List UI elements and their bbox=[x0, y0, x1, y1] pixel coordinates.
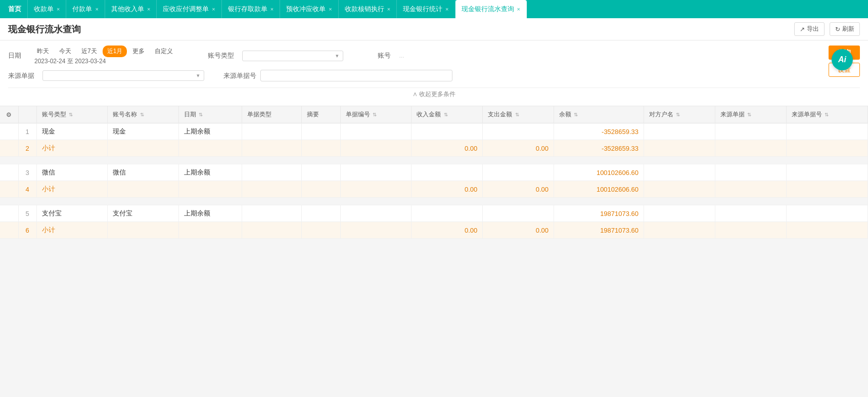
refresh-button[interactable]: ↻ 刷新 bbox=[830, 22, 860, 36]
col-balance[interactable]: 余额 ⇅ bbox=[554, 106, 644, 123]
cell-source_doc_no bbox=[786, 140, 867, 157]
nav-other-income-close[interactable]: × bbox=[147, 6, 150, 12]
cell-source_doc bbox=[715, 164, 786, 181]
table-row[interactable]: 1现金现金上期余额-3528659.33 bbox=[0, 123, 868, 140]
filter-row-1: 日期 昨天 今天 近7天 近1月 更多 自定义 2023-02-24 至 202… bbox=[8, 46, 820, 66]
row-idx: 1 bbox=[18, 123, 36, 140]
cell-source_doc_no bbox=[786, 164, 867, 181]
cell-counterpart bbox=[644, 140, 715, 157]
cell-doc_type bbox=[242, 205, 301, 222]
col-date[interactable]: 日期 ⇅ bbox=[179, 106, 242, 123]
source-doc-select[interactable]: ▾ bbox=[42, 70, 204, 81]
cell-account_type: 支付宝 bbox=[36, 205, 108, 222]
date-opt-custom[interactable]: 自定义 bbox=[150, 46, 177, 57]
cell-counterpart bbox=[644, 222, 715, 239]
date-opt-today[interactable]: 今天 bbox=[55, 46, 76, 57]
cell-income bbox=[412, 205, 483, 222]
row-idx: 3 bbox=[18, 164, 36, 181]
account-type-select[interactable]: ▾ bbox=[242, 51, 343, 61]
cell-date: 上期余额 bbox=[179, 205, 242, 222]
cell-account_name bbox=[108, 181, 179, 198]
collapse-bar[interactable]: ∧ 收起更多条件 bbox=[8, 87, 860, 101]
ai-label: Ai bbox=[838, 55, 846, 64]
date-opt-7days[interactable]: 近7天 bbox=[77, 46, 102, 57]
cell-income bbox=[412, 164, 483, 181]
ai-badge[interactable]: Ai bbox=[832, 49, 853, 70]
nav-bank-deposit-label: 银行存取款单 bbox=[228, 5, 267, 14]
nav-bank-deposit-close[interactable]: × bbox=[270, 6, 273, 12]
col-summary: 摘要 bbox=[301, 106, 340, 123]
cell-source_doc_no bbox=[786, 123, 867, 140]
date-opt-yesterday[interactable]: 昨天 bbox=[32, 46, 54, 57]
date-filter-group: 昨天 今天 近7天 近1月 更多 自定义 2023-02-24 至 2023-0… bbox=[32, 46, 177, 66]
cell-income: 0.00 bbox=[412, 222, 483, 239]
export-label: 导出 bbox=[807, 25, 819, 33]
export-icon: ↗ bbox=[800, 26, 805, 33]
cell-source_doc bbox=[715, 123, 786, 140]
date-opt-more[interactable]: 更多 bbox=[128, 46, 149, 57]
nav-bank-deposit[interactable]: 银行存取款单 × bbox=[222, 0, 280, 18]
nav-cash-flow-label: 现金银行流水查询 bbox=[462, 5, 514, 14]
nav-cash-stat-close[interactable]: × bbox=[445, 6, 448, 12]
nav-cash-stat[interactable]: 现金银行统计 × bbox=[397, 0, 455, 18]
col-source-doc-no[interactable]: 来源单据号 ⇅ bbox=[786, 106, 867, 123]
cell-doc_no bbox=[340, 164, 412, 181]
export-button[interactable]: ↗ 导出 bbox=[794, 22, 825, 36]
row-gear bbox=[0, 164, 18, 181]
nav-ar-ap-adjust-label: 应收应付调整单 bbox=[163, 5, 209, 14]
cell-date: 上期余额 bbox=[179, 164, 242, 181]
account-dots: ... bbox=[399, 52, 404, 59]
nav-ar-ap-adjust-close[interactable]: × bbox=[212, 6, 215, 12]
nav-other-income[interactable]: 其他收入单 × bbox=[105, 0, 157, 18]
col-account-type[interactable]: 账号类型 ⇅ bbox=[36, 106, 108, 123]
cell-balance: 100102606.60 bbox=[554, 181, 644, 198]
col-expense[interactable]: 支出金额 ⇅ bbox=[483, 106, 554, 123]
filter-section: 日期 昨天 今天 近7天 近1月 更多 自定义 2023-02-24 至 202… bbox=[8, 46, 860, 85]
nav-prepay-offset-close[interactable]: × bbox=[329, 6, 332, 12]
nav-ar-ap-adjust[interactable]: 应收应付调整单 × bbox=[157, 0, 221, 18]
cell-expense bbox=[483, 123, 554, 140]
nav-cash-flow-query[interactable]: 现金银行流水查询 × bbox=[455, 0, 527, 18]
col-doc-no[interactable]: 单据编号 ⇅ bbox=[340, 106, 412, 123]
cell-balance: 19871073.60 bbox=[554, 205, 644, 222]
table-row[interactable]: 6小计0.000.0019871073.60 bbox=[0, 222, 868, 239]
cell-source_doc bbox=[715, 140, 786, 157]
nav-payment[interactable]: 付款单 × bbox=[66, 0, 105, 18]
cell-doc_type bbox=[242, 123, 301, 140]
cell-summary bbox=[301, 205, 340, 222]
table-row[interactable]: 2小计0.000.00-3528659.33 bbox=[0, 140, 868, 157]
cell-summary bbox=[301, 222, 340, 239]
col-source-doc[interactable]: 来源单据 ⇅ bbox=[715, 106, 786, 123]
nav-prepay-offset[interactable]: 预收冲应收单 × bbox=[280, 0, 338, 18]
nav-home[interactable]: 首页 bbox=[2, 0, 28, 18]
cell-doc_type bbox=[242, 222, 301, 239]
nav-receipt[interactable]: 收款单 × bbox=[28, 0, 66, 18]
table-row[interactable]: 5支付宝支付宝上期余额19871073.60 bbox=[0, 205, 868, 222]
cell-balance: -3528659.33 bbox=[554, 140, 644, 157]
source-doc-no-input[interactable] bbox=[260, 70, 452, 81]
nav-home-label: 首页 bbox=[8, 5, 21, 14]
nav-payment-close[interactable]: × bbox=[95, 6, 98, 12]
col-counterpart[interactable]: 对方户名 ⇅ bbox=[644, 106, 715, 123]
nav-cash-flow-close[interactable]: × bbox=[517, 6, 520, 12]
cell-doc_no bbox=[340, 140, 412, 157]
nav-receipt-verify-close[interactable]: × bbox=[387, 6, 390, 12]
main-table: ⚙ 账号类型 ⇅ 账号名称 ⇅ 日期 ⇅ 单据类型 摘要 单据编号 ⇅ 收入金额… bbox=[0, 106, 868, 239]
row-gear bbox=[0, 123, 18, 140]
nav-payment-label: 付款单 bbox=[72, 5, 92, 14]
nav-other-income-label: 其他收入单 bbox=[111, 5, 144, 14]
date-options-line: 昨天 今天 近7天 近1月 更多 自定义 bbox=[32, 46, 177, 57]
table-row[interactable]: 4小计0.000.00100102606.60 bbox=[0, 181, 868, 198]
filter-bar: 日期 昨天 今天 近7天 近1月 更多 自定义 2023-02-24 至 202… bbox=[0, 40, 868, 106]
date-opt-1month[interactable]: 近1月 bbox=[103, 46, 127, 57]
nav-receipt-verify[interactable]: 收款核销执行 × bbox=[339, 0, 397, 18]
nav-receipt-close[interactable]: × bbox=[57, 6, 60, 12]
col-income[interactable]: 收入金额 ⇅ bbox=[412, 106, 483, 123]
row-gear bbox=[0, 205, 18, 222]
cell-source_doc bbox=[715, 181, 786, 198]
table-row[interactable]: 3微信微信上期余额100102606.60 bbox=[0, 164, 868, 181]
cell-counterpart bbox=[644, 123, 715, 140]
col-account-name[interactable]: 账号名称 ⇅ bbox=[108, 106, 179, 123]
table-container: ⚙ 账号类型 ⇅ 账号名称 ⇅ 日期 ⇅ 单据类型 摘要 单据编号 ⇅ 收入金额… bbox=[0, 106, 868, 239]
col-gear[interactable]: ⚙ bbox=[0, 106, 18, 123]
